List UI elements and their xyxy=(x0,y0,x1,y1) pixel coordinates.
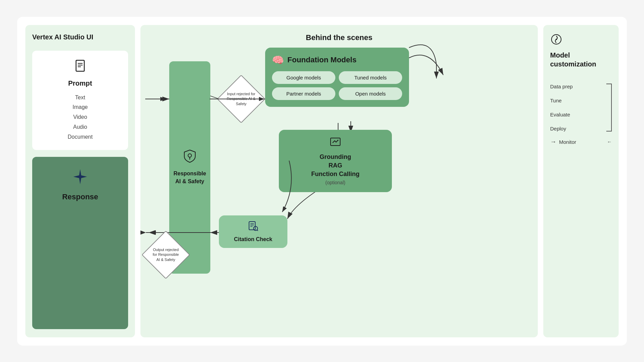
step-data-prep: Data prep xyxy=(550,79,606,93)
monitor-arrow-icon: → xyxy=(550,138,556,146)
prompt-item-document: Document xyxy=(68,132,93,142)
curved-arrow-top xyxy=(388,44,440,85)
step-evaluate: Evaluate xyxy=(550,108,606,122)
document-icon xyxy=(73,59,87,75)
svg-rect-19 xyxy=(249,222,255,230)
middle-title: Behind the scenes xyxy=(149,33,530,42)
google-models-chip: Google models xyxy=(272,71,335,84)
response-title: Response xyxy=(62,192,98,201)
prompt-title: Prompt xyxy=(68,79,92,87)
step-monitor: Monitor xyxy=(559,139,576,145)
behind-scenes-content: ResponsibleAI & Safety Input rejected fo… xyxy=(149,48,530,329)
partner-models-chip: Partner models xyxy=(272,87,335,100)
left-panel: Vertex AI Studio UI Prompt Text Image Vi… xyxy=(25,25,135,337)
bracket-arrow xyxy=(606,105,612,110)
prompt-card: Prompt Text Image Video Audio Document xyxy=(32,51,128,150)
foundation-models-box: 🧠 Foundation Models Google models Tuned … xyxy=(265,48,409,107)
middle-panel: Behind the scenes xyxy=(140,25,538,337)
response-card: Response xyxy=(32,157,128,329)
foundation-header: 🧠 Foundation Models xyxy=(272,54,402,66)
left-panel-title: Vertex AI Studio UI xyxy=(32,33,128,41)
foundation-title: Foundation Models xyxy=(287,55,357,64)
svg-rect-0 xyxy=(76,60,84,71)
shield-icon xyxy=(184,149,196,166)
main-container: Vertex AI Studio UI Prompt Text Image Vi… xyxy=(17,17,627,346)
prompt-item-video: Video xyxy=(68,112,93,122)
star-icon xyxy=(71,168,89,188)
arrow-grounding-to-citation xyxy=(262,161,303,222)
step-deploy: Deploy xyxy=(550,122,606,136)
prompt-items-list: Text Image Video Audio Document xyxy=(68,93,93,142)
svg-point-34 xyxy=(556,39,557,40)
open-models-chip: Open models xyxy=(339,87,402,100)
citation-icon xyxy=(224,221,282,234)
model-customization-icon xyxy=(550,33,612,48)
customization-steps-wrapper: Data prep Tune Evaluate Deploy xyxy=(550,79,612,136)
responsible-ai-label: ResponsibleAI & Safety xyxy=(173,170,206,185)
prompt-item-audio: Audio xyxy=(68,122,93,132)
model-grid: Google models Tuned models Partner model… xyxy=(272,71,402,100)
citation-check-box: Citation Check xyxy=(219,215,287,248)
brain-icon: 🧠 xyxy=(272,54,284,66)
output-rejected-diamond: Output rejected for Responsible AI & Saf… xyxy=(145,234,186,275)
step-tune: Tune xyxy=(550,93,606,108)
grounding-icon xyxy=(286,137,385,150)
input-rejected-diamond: Input rejected for Responsible AI & Safe… xyxy=(221,78,262,120)
citation-title: Citation Check xyxy=(224,236,282,242)
svg-line-24 xyxy=(257,230,258,231)
monitor-step: → Monitor ← xyxy=(550,136,612,148)
steps-list: Data prep Tune Evaluate Deploy xyxy=(550,79,606,136)
svg-point-13 xyxy=(188,154,191,157)
arrow-prompt-to-resp xyxy=(145,96,171,102)
monitor-trail-arrow: ← xyxy=(607,139,612,145)
prompt-item-image: Image xyxy=(68,102,93,112)
right-panel: Model customization Data prep Tune Evalu… xyxy=(543,25,619,337)
prompt-item-text: Text xyxy=(68,93,93,103)
right-panel-title: Model customization xyxy=(550,51,612,68)
